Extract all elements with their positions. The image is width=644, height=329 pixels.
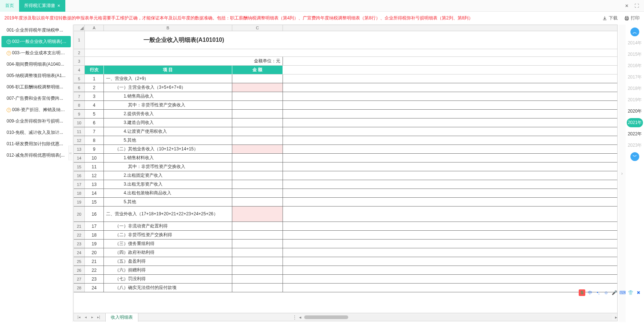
row-header[interactable]: 1 <box>74 31 85 49</box>
right-expand-handle[interactable]: › <box>618 25 626 322</box>
seq-cell[interactable]: 9 <box>85 145 104 153</box>
row-header[interactable]: 14 <box>74 154 85 162</box>
amount-cell[interactable] <box>232 240 283 248</box>
seq-cell[interactable]: 18 <box>85 231 104 239</box>
item-cell[interactable]: （六）捐赠利得 <box>104 266 232 274</box>
grid-body[interactable]: 1一般企业收入明细表(A101010)223金额单位：元4行次项 目金 额51一… <box>74 31 617 313</box>
amount-cell[interactable] <box>232 118 283 127</box>
row-header[interactable]: 6 <box>74 83 85 92</box>
hscroll-thumb[interactable] <box>304 315 348 319</box>
select-all-corner[interactable] <box>74 25 85 31</box>
item-cell[interactable]: 5.其他 <box>104 136 232 145</box>
amount-cell[interactable] <box>232 198 283 206</box>
row-header[interactable]: 21 <box>74 222 85 230</box>
ime-keyboard-icon[interactable]: ⌨ <box>619 289 626 296</box>
item-cell[interactable]: （一）非流动资产处置利得 <box>104 222 232 230</box>
item-cell[interactable]: 1.销售材料收入 <box>104 154 232 162</box>
seq-cell[interactable]: 24 <box>85 284 104 292</box>
row-header[interactable]: 5 <box>74 74 85 83</box>
item-cell[interactable]: 1.销售商品收入 <box>104 92 232 100</box>
sidebar-item-8[interactable]: ?008-资产折旧、摊销及纳税... <box>0 104 72 116</box>
seq-cell[interactable]: 16 <box>85 206 104 222</box>
seq-cell[interactable]: 2 <box>85 83 104 92</box>
col-header-a[interactable]: A <box>85 25 104 31</box>
sidebar-item-7[interactable]: 007-广告费和业务宣传费跨... <box>0 93 72 104</box>
year-2021年[interactable]: 2021年 <box>627 118 643 127</box>
sheet-tab-income[interactable]: 收入明细表 <box>105 313 138 322</box>
amount-cell[interactable] <box>232 248 283 257</box>
row-header[interactable]: 23 <box>74 240 85 248</box>
row-header[interactable]: 12 <box>74 136 85 145</box>
year-scroll-down[interactable]: ︾ <box>630 152 639 161</box>
sidebar-item-10[interactable]: 010-免税、减计收入及加计... <box>0 127 72 138</box>
row-header[interactable]: 15 <box>74 162 85 171</box>
amount-cell[interactable] <box>232 92 283 100</box>
amount-cell[interactable] <box>232 257 283 266</box>
sidebar-item-11[interactable]: 011-研发费用加计扣除优惠... <box>0 138 72 150</box>
sheet-nav-prev[interactable]: ◂ <box>83 315 88 319</box>
sogou-icon[interactable]: S <box>579 289 585 296</box>
col-header-c[interactable]: C <box>232 25 283 31</box>
row-header[interactable]: 19 <box>74 198 85 206</box>
sheet-nav-last[interactable]: ▸| <box>96 315 102 319</box>
item-cell[interactable]: 5.其他 <box>104 198 232 206</box>
item-cell[interactable]: 二、营业外收入（17+18+19+20+21+22+23+24+25+26） <box>104 206 232 222</box>
hdr-item[interactable]: 项 目 <box>104 66 232 74</box>
item-cell[interactable]: （二）其他业务收入（10+12+13+14+15） <box>104 145 232 153</box>
split-handle[interactable]: ⋮ <box>292 315 297 320</box>
year-2020年[interactable]: 2020年 <box>627 107 643 116</box>
ime-tool-icon[interactable]: ✖ <box>635 289 642 296</box>
fullscreen-icon[interactable]: ⛶ <box>634 3 639 8</box>
tab-income-tax[interactable]: 所得税汇算清缴 ✕ <box>19 0 65 12</box>
amount-cell[interactable] <box>232 266 283 274</box>
item-cell[interactable]: （八）确实无法偿付的应付款项 <box>104 284 232 292</box>
item-cell[interactable]: （三）债务重组利得 <box>104 240 232 248</box>
amount-cell[interactable] <box>232 162 283 171</box>
sidebar-collapse-handle[interactable]: ‹‹ <box>68 146 73 160</box>
ime-lang-icon[interactable]: 中 <box>587 289 593 296</box>
seq-cell[interactable]: 15 <box>85 198 104 206</box>
item-cell[interactable]: 4.让渡资产使用权收入 <box>104 127 232 136</box>
row-header[interactable]: 22 <box>74 231 85 239</box>
seq-cell[interactable]: 17 <box>85 222 104 230</box>
ime-mic-icon[interactable]: 🎤 <box>611 289 618 296</box>
amount-cell[interactable] <box>232 136 283 145</box>
amount-cell[interactable] <box>232 231 283 239</box>
item-cell[interactable]: （二）非货币性资产交换利得 <box>104 231 232 239</box>
seq-cell[interactable]: 6 <box>85 118 104 127</box>
sidebar-item-9[interactable]: 009-企业所得税弥补亏损明... <box>0 116 72 127</box>
row-header[interactable]: 28 <box>74 284 85 292</box>
download-button[interactable]: 下载 <box>602 15 618 21</box>
row-header[interactable]: 3 <box>74 57 85 65</box>
seq-cell[interactable]: 4 <box>85 101 104 109</box>
item-cell[interactable]: 3.出租无形资产收入 <box>104 180 232 189</box>
seq-cell[interactable]: 13 <box>85 180 104 189</box>
row-header[interactable]: 20 <box>74 206 85 222</box>
amount-cell[interactable] <box>232 74 283 83</box>
row-header[interactable]: 10 <box>74 118 85 127</box>
item-cell[interactable]: （七）罚没利得 <box>104 275 232 283</box>
seq-cell[interactable]: 8 <box>85 136 104 145</box>
row-header[interactable]: 25 <box>74 257 85 266</box>
year-scroll-up[interactable]: ︽ <box>630 28 639 36</box>
seq-cell[interactable]: 12 <box>85 171 104 180</box>
hscroll-right[interactable]: ▸ <box>615 315 617 320</box>
tab-home[interactable]: 首页 <box>0 0 19 12</box>
amount-cell[interactable] <box>232 127 283 136</box>
row-header[interactable]: 2 <box>74 49 85 56</box>
amount-cell[interactable] <box>232 206 283 222</box>
row-header[interactable]: 18 <box>74 189 85 197</box>
row-header[interactable]: 27 <box>74 275 85 283</box>
sidebar-item-2[interactable]: ?002-一般企业收入明细表(A1... <box>1 36 71 47</box>
ime-skin-icon[interactable]: 👕 <box>627 289 634 296</box>
item-cell[interactable]: 其中：非货币性资产交换收入 <box>104 162 232 171</box>
seq-cell[interactable]: 7 <box>85 127 104 136</box>
seq-cell[interactable]: 20 <box>85 248 104 257</box>
hdr-amount[interactable]: 金 额 <box>232 66 283 74</box>
row-header[interactable]: 11 <box>74 127 85 136</box>
item-cell[interactable]: 一、营业收入（2+9） <box>104 74 232 83</box>
ime-punct-icon[interactable]: •, <box>595 289 601 296</box>
hdr-seq[interactable]: 行次 <box>85 66 104 74</box>
item-cell[interactable]: 4.出租包装物和商品收入 <box>104 189 232 197</box>
item-cell[interactable]: 其中：非货币性资产交换收入 <box>104 101 232 109</box>
